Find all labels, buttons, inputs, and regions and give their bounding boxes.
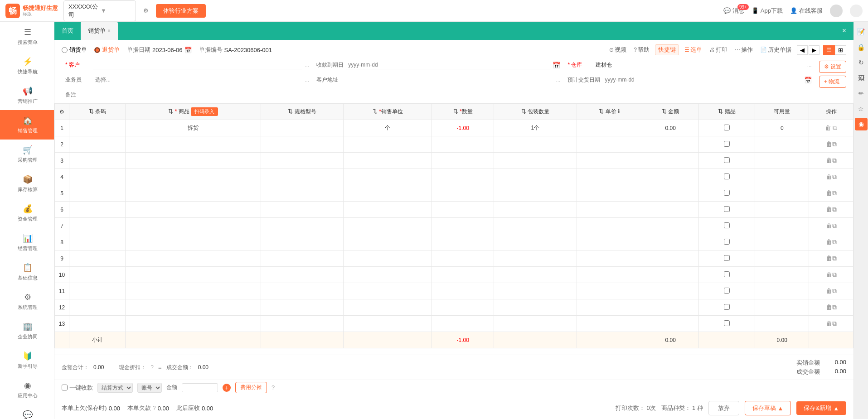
user-avatar2[interactable] <box>850 5 863 17</box>
settings-btn[interactable]: ⚙ 设置 <box>819 61 846 73</box>
toolbar-help[interactable]: ? 帮助 <box>632 45 651 55</box>
row4-delete-btn[interactable]: 🗑 <box>826 173 832 180</box>
row7-gift-checkbox[interactable] <box>724 222 730 228</box>
tab-close-icon[interactable]: × <box>107 28 111 34</box>
sidebar-item-corp[interactable]: 🏢 企业协同 <box>0 316 54 346</box>
right-btn-image[interactable]: 🖼 <box>855 72 868 84</box>
toolbar-print[interactable]: 🖨 打印 <box>708 45 729 55</box>
row1-spec[interactable] <box>261 120 344 136</box>
sidebar-item-operations[interactable]: 📊 经营管理 <box>0 228 54 257</box>
settlement-method-select[interactable]: 结算方式 <box>97 383 133 393</box>
expense-help-icon[interactable]: ? <box>272 384 275 391</box>
date-value[interactable]: 2023-06-06 <box>152 47 183 53</box>
one-click-pay-checkbox[interactable] <box>62 385 68 390</box>
sidebar-item-system[interactable]: ⚙ 系统管理 <box>0 287 54 316</box>
customer-addr-input[interactable] <box>344 76 553 84</box>
row9-gift-checkbox[interactable] <box>724 255 730 261</box>
row10-delete-btn[interactable]: 🗑 <box>826 271 832 278</box>
sort-icon-spec[interactable]: ⇅ <box>288 108 293 115</box>
customer-dots[interactable]: ... <box>305 62 309 68</box>
right-btn-lock[interactable]: 🔒 <box>855 41 868 53</box>
row11-delete-btn[interactable]: 🗑 <box>826 287 832 294</box>
toolbar-select[interactable]: ☰ 选单 <box>683 45 704 55</box>
date-cal-icon[interactable]: 📅 <box>184 47 192 53</box>
one-click-pay-label[interactable]: 一键收款 <box>62 384 93 392</box>
sort-icon-product[interactable]: ⇅ <box>168 108 173 115</box>
row12-copy-btn[interactable]: ⧉ <box>832 303 837 311</box>
row4-copy-btn[interactable]: ⧉ <box>832 173 837 180</box>
expense-split-btn[interactable]: 费用分摊 <box>235 382 267 393</box>
radio-sales-order[interactable]: 销货单 <box>62 46 87 54</box>
right-btn-orange[interactable]: ◉ <box>855 118 868 130</box>
row13-copy-btn[interactable]: ⧉ <box>832 320 837 327</box>
row1-qty[interactable]: -1.00 <box>432 120 494 136</box>
message-item[interactable]: 💬 消息 99+ <box>723 7 744 15</box>
row5-delete-btn[interactable]: 🗑 <box>826 189 832 197</box>
sidebar-item-guide[interactable]: 🔰 新手引导 <box>0 346 54 375</box>
row1-gift-checkbox[interactable] <box>724 125 730 130</box>
customer-addr-dots[interactable]: ... <box>556 77 560 83</box>
sidebar-item-finance[interactable]: 💰 资金管理 <box>0 198 54 228</box>
payment-due-cal-icon[interactable]: 📅 <box>553 62 560 69</box>
radio-return-order[interactable]: 退货单 <box>94 46 120 54</box>
right-btn-edit[interactable]: ✏ <box>855 87 868 100</box>
row1-pkg-qty[interactable]: 1个 <box>494 120 577 136</box>
expected-date-input[interactable] <box>603 76 801 84</box>
row2-gift-checkbox[interactable] <box>724 141 730 147</box>
row10-gift-checkbox[interactable] <box>724 271 730 277</box>
sort-icon-price[interactable]: ⇅ <box>599 108 604 115</box>
row13-delete-btn[interactable]: 🗑 <box>826 320 832 327</box>
row2-delete-btn[interactable]: 🗑 <box>826 140 832 148</box>
row12-delete-btn[interactable]: 🗑 <box>826 303 832 311</box>
row6-copy-btn[interactable]: ⧉ <box>832 206 837 213</box>
salesperson-dots[interactable]: ... <box>305 77 309 83</box>
row1-price[interactable] <box>577 120 642 136</box>
row8-delete-btn[interactable]: 🗑 <box>826 238 832 246</box>
right-btn-note[interactable]: 📝 <box>855 25 868 38</box>
sidebar-item-inventory[interactable]: 📦 库存核算 <box>0 169 54 198</box>
customer-input[interactable] <box>93 61 302 69</box>
discard-btn[interactable]: 放弃 <box>708 401 739 415</box>
payment-due-input[interactable] <box>346 61 550 69</box>
sort-icon[interactable]: ⇅ <box>89 108 94 115</box>
row1-unit[interactable]: 个 <box>344 120 432 136</box>
online-service-item[interactable]: 👤 在线客服 <box>790 7 823 15</box>
logistics-btn[interactable]: + 物流 <box>819 76 846 88</box>
sort-icon-unit[interactable]: ⇅ <box>373 108 378 115</box>
sort-icon-amount[interactable]: ⇅ <box>662 108 667 115</box>
sidebar-item-wechat[interactable]: 💬 企业微信 <box>0 405 54 419</box>
sort-icon-gift[interactable]: ⇅ <box>718 108 723 115</box>
warehouse-dots[interactable]: ... <box>807 62 812 68</box>
toolbar-video[interactable]: ⊙ 视频 <box>607 45 628 55</box>
row4-gift-checkbox[interactable] <box>724 173 730 179</box>
row7-delete-btn[interactable]: 🗑 <box>826 222 832 229</box>
prev-btn[interactable]: ◀ <box>797 45 808 55</box>
sidebar-item-search[interactable]: ☰ 搜索菜单 <box>0 22 54 51</box>
sort-icon-qty[interactable]: ⇅ <box>453 108 458 115</box>
radio-return-order-input[interactable] <box>94 47 100 53</box>
row9-copy-btn[interactable]: ⧉ <box>832 255 837 262</box>
sidebar-item-basic[interactable]: 📋 基础信息 <box>0 257 54 287</box>
row6-gift-checkbox[interactable] <box>724 206 730 212</box>
tab-home[interactable]: 首页 <box>54 22 81 40</box>
row2-copy-btn[interactable]: ⧉ <box>832 140 837 148</box>
row6-delete-btn[interactable]: 🗑 <box>826 206 832 213</box>
account-select[interactable]: 账号 <box>137 383 162 393</box>
right-btn-star[interactable]: ☆ <box>855 102 868 115</box>
user-avatar[interactable] <box>830 5 843 17</box>
app-download-item[interactable]: 📱 App下载 <box>752 7 783 15</box>
salesperson-input[interactable] <box>93 76 302 84</box>
save-draft-btn[interactable]: 保存草稿 ▲ <box>745 401 791 415</box>
toolbar-operation[interactable]: ⋯ 操作 <box>733 45 755 55</box>
row5-gift-checkbox[interactable] <box>724 190 730 196</box>
row11-copy-btn[interactable]: ⧉ <box>832 287 837 294</box>
row10-copy-btn[interactable]: ⧉ <box>832 271 837 278</box>
app-settings-icon[interactable]: ⚙ <box>140 5 152 17</box>
tab-sales-order[interactable]: 销货单 × <box>81 22 118 40</box>
row12-gift-checkbox[interactable] <box>724 304 730 310</box>
sidebar-item-sales[interactable]: 🏠 销售管理 <box>0 110 54 140</box>
row1-amount[interactable]: 0.00 <box>642 120 698 136</box>
row3-copy-btn[interactable]: ⧉ <box>832 157 837 164</box>
discount-info-icon[interactable]: ? <box>150 364 154 371</box>
row9-delete-btn[interactable]: 🗑 <box>826 255 832 262</box>
